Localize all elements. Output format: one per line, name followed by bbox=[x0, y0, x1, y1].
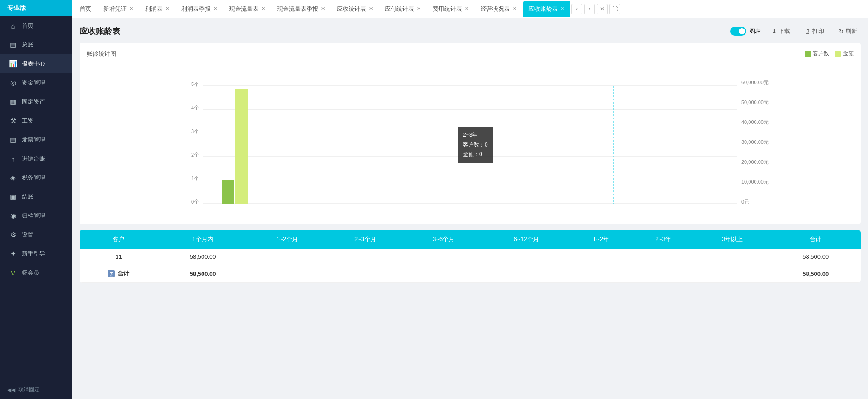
tab-profit-quarter[interactable]: 利润表季报 ✕ bbox=[176, 1, 223, 17]
svg-text:30,000.00元: 30,000.00元 bbox=[741, 139, 769, 145]
print-icon: 🖨 bbox=[805, 28, 811, 35]
tab-ar-stats[interactable]: 应收统计表 ✕ bbox=[331, 1, 378, 17]
close-tab-voucher[interactable]: ✕ bbox=[129, 6, 133, 12]
sidebar-label-funds: 资金管理 bbox=[22, 79, 45, 87]
total-m2 bbox=[248, 265, 326, 283]
page-content: 应收账龄表 图表 ⬇ 下载 🖨 打印 ↻ 刷新 bbox=[72, 18, 868, 399]
cell-m3-0 bbox=[326, 249, 405, 265]
close-tab-cashflow[interactable]: ✕ bbox=[261, 6, 265, 12]
guide-icon: ✦ bbox=[9, 250, 17, 258]
chart-card: 账龄统计图 客户数 金额 0个 1个 2个 3个 4个 bbox=[80, 43, 861, 224]
chart-toggle[interactable] bbox=[730, 27, 746, 36]
settings-icon: ⚙ bbox=[9, 231, 17, 239]
col-total: 合计 bbox=[770, 230, 861, 249]
home-icon: ⌂ bbox=[9, 22, 17, 30]
sidebar-label-tax: 税务管理 bbox=[22, 174, 45, 182]
total-total: 58,500.00 bbox=[770, 265, 861, 283]
sidebar-item-tax[interactable]: ◈ 税务管理 bbox=[0, 168, 72, 187]
tab-operations[interactable]: 经营状况表 ✕ bbox=[475, 1, 522, 17]
bar-amount-0 bbox=[235, 89, 248, 204]
cell-total-label: ∑ 合计 bbox=[80, 265, 158, 282]
refresh-button[interactable]: ↻ 刷新 bbox=[835, 25, 861, 37]
close-tab-operations[interactable]: ✕ bbox=[513, 6, 517, 12]
purchase-icon: ↕ bbox=[9, 155, 17, 163]
sidebar-item-vip[interactable]: V 畅会员 bbox=[0, 263, 72, 282]
sidebar-item-invoice[interactable]: ▤ 发票管理 bbox=[0, 130, 72, 149]
sidebar-label-guide: 新手引导 bbox=[22, 250, 45, 258]
close-tab-expense-stats[interactable]: ✕ bbox=[465, 6, 469, 12]
svg-text:1个: 1个 bbox=[191, 176, 199, 181]
chart-legend: 客户数 金额 bbox=[805, 50, 854, 57]
main-area: 首页 新增凭证 ✕ 利润表 ✕ 利润表季报 ✕ 现金流量表 ✕ 现金流量表季报 … bbox=[72, 0, 868, 399]
pin-sidebar-button[interactable]: ◀◀ 取消固定 bbox=[0, 380, 72, 399]
tab-nav-next[interactable]: › bbox=[584, 4, 595, 14]
total-m4 bbox=[405, 265, 483, 283]
total-m1: 58,500.00 bbox=[158, 265, 248, 283]
sidebar-item-reports[interactable]: 📊 报表中心 bbox=[0, 54, 72, 73]
sidebar-item-purchase[interactable]: ↕ 进销台账 bbox=[0, 149, 72, 168]
sidebar-item-guide[interactable]: ✦ 新手引导 bbox=[0, 244, 72, 263]
download-button[interactable]: ⬇ 下载 bbox=[768, 25, 794, 37]
cell-m4-0 bbox=[405, 249, 483, 265]
total-m3 bbox=[326, 265, 405, 283]
tab-ar-aging[interactable]: 应收账龄表 ✕ bbox=[523, 1, 570, 17]
sidebar-item-assets[interactable]: ▦ 固定资产 bbox=[0, 92, 72, 111]
sidebar-item-ledger[interactable]: ▤ 总账 bbox=[0, 35, 72, 54]
sidebar-label-assets: 固定资产 bbox=[22, 98, 45, 106]
ledger-icon: ▤ bbox=[9, 41, 17, 49]
cell-m5-0 bbox=[483, 249, 570, 265]
col-m5: 6~12个月 bbox=[483, 230, 570, 249]
svg-text:5个: 5个 bbox=[191, 81, 199, 87]
svg-text:1~2个月: 1~2个月 bbox=[288, 207, 307, 208]
svg-text:2个: 2个 bbox=[191, 152, 199, 157]
cell-m1-0: 58,500.00 bbox=[158, 249, 248, 265]
close-tab-profit-quarter[interactable]: ✕ bbox=[213, 6, 217, 12]
sidebar-item-home[interactable]: ⌂ 首页 bbox=[0, 16, 72, 35]
checkout-icon: ▣ bbox=[9, 193, 17, 201]
tab-nav-prev[interactable]: ‹ bbox=[571, 4, 582, 14]
total-icon: ∑ bbox=[108, 270, 115, 277]
close-tab-ap-stats[interactable]: ✕ bbox=[417, 6, 421, 12]
assets-icon: ▦ bbox=[9, 98, 17, 106]
tab-cashflow-quarter[interactable]: 现金流量表季报 ✕ bbox=[272, 1, 330, 17]
close-tab-ar-stats[interactable]: ✕ bbox=[369, 6, 373, 12]
sidebar-item-salary[interactable]: ⚒ 工资 bbox=[0, 111, 72, 130]
chart-title: 账龄统计图 bbox=[87, 50, 854, 58]
svg-text:1个月内: 1个月内 bbox=[225, 207, 243, 208]
table-total-row: ∑ 合计 58,500.00 58,500.00 bbox=[80, 265, 861, 283]
svg-text:0个: 0个 bbox=[191, 199, 199, 204]
tab-home[interactable]: 首页 bbox=[74, 1, 97, 17]
refresh-icon: ↻ bbox=[839, 28, 844, 35]
sidebar-item-checkout[interactable]: ▣ 结账 bbox=[0, 187, 72, 206]
sidebar-item-funds[interactable]: ◎ 资金管理 bbox=[0, 73, 72, 92]
chart-toggle-wrap: 图表 bbox=[730, 27, 761, 36]
sidebar-label-purchase: 进销台账 bbox=[22, 155, 45, 163]
col-m1: 1个月内 bbox=[158, 230, 248, 249]
col-m3: 2~3个月 bbox=[326, 230, 405, 249]
download-icon: ⬇ bbox=[772, 28, 777, 35]
tab-voucher[interactable]: 新增凭证 ✕ bbox=[98, 1, 139, 17]
print-button[interactable]: 🖨 打印 bbox=[801, 25, 828, 37]
close-tab-profit[interactable]: ✕ bbox=[165, 6, 170, 12]
tab-cashflow[interactable]: 现金流量表 ✕ bbox=[224, 1, 271, 17]
tab-profit[interactable]: 利润表 ✕ bbox=[140, 1, 175, 17]
cell-total-0: 58,500.00 bbox=[770, 249, 861, 265]
tab-ap-stats[interactable]: 应付统计表 ✕ bbox=[379, 1, 426, 17]
svg-text:6~12个月: 6~12个月 bbox=[477, 207, 498, 208]
sidebar-item-archive[interactable]: ◉ 归档管理 bbox=[0, 206, 72, 225]
svg-text:60,000.00元: 60,000.00元 bbox=[741, 80, 769, 85]
tab-maximize[interactable]: ⛶ bbox=[609, 4, 620, 14]
tab-close-all[interactable]: ✕ bbox=[597, 4, 608, 14]
sidebar-label-archive: 归档管理 bbox=[22, 212, 45, 220]
sidebar-label-settings: 设置 bbox=[22, 231, 33, 239]
svg-text:3~6个月: 3~6个月 bbox=[415, 207, 434, 208]
col-m6: 1~2年 bbox=[570, 230, 632, 249]
close-tab-cashflow-quarter[interactable]: ✕ bbox=[321, 6, 325, 12]
tab-expense-stats[interactable]: 费用统计表 ✕ bbox=[427, 1, 474, 17]
legend-customers-dot bbox=[805, 51, 811, 57]
sidebar-label-salary: 工资 bbox=[22, 117, 33, 125]
close-tab-ar-aging[interactable]: ✕ bbox=[561, 6, 565, 12]
table-card: 客户 1个月内 1~2个月 2~3个月 3~6个月 6~12个月 1~2年 2~… bbox=[80, 230, 861, 283]
sidebar-item-settings[interactable]: ⚙ 设置 bbox=[0, 225, 72, 244]
page-title: 应收账龄表 bbox=[80, 26, 120, 37]
